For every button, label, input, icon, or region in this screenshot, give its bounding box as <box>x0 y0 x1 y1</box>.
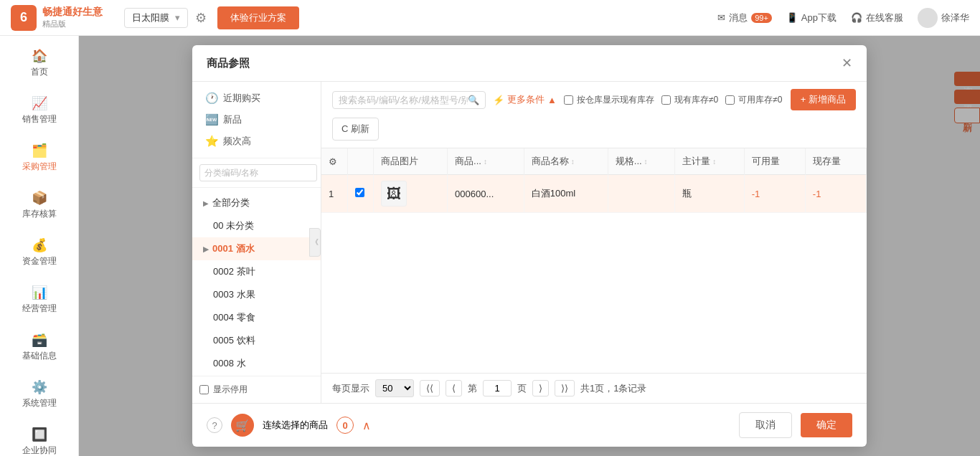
data-table-wrap: ⚙ 商品图片 商品...↕ 商品名称↕ 规格...↕ 主计量↕ 可用量 <box>321 148 867 373</box>
shortcut-frequent[interactable]: ⭐ 频次高 <box>199 130 314 152</box>
warehouse-stock-checkbox[interactable] <box>564 95 573 105</box>
sidebar-label-sales: 销售管理 <box>22 113 57 125</box>
enterprise-icon: 🔲 <box>32 427 47 442</box>
col-name[interactable]: 商品名称↕ <box>524 148 608 175</box>
per-page-label: 每页显示 <box>332 382 369 395</box>
modal-header: 商品参照 ✕ <box>192 45 867 82</box>
modal-footer: ? 🛒 连续选择的商品 0 ∧ 取消 确定 <box>192 403 867 447</box>
add-product-button[interactable]: + 新增商品 <box>791 89 856 110</box>
col-unit[interactable]: 主计量↕ <box>675 148 744 175</box>
message-btn[interactable]: ✉ 消息 99+ <box>717 11 772 24</box>
cell-name: 白酒100ml <box>524 175 608 213</box>
category-drink[interactable]: 0005 饮料 <box>192 329 321 352</box>
product-reference-modal: 商品参照 ✕ 🕐 近期购买 <box>192 45 867 447</box>
sidebar-item-home[interactable]: 🏠 首页 <box>0 39 78 87</box>
first-page-btn[interactable]: ⟨⟨ <box>420 380 440 396</box>
col-code[interactable]: 商品...↕ <box>448 148 524 175</box>
show-disabled-checkbox[interactable] <box>199 385 209 394</box>
sidebar-item-finance[interactable]: 💰 资金管理 <box>0 229 78 276</box>
category-footer: 显示停用 <box>192 376 321 403</box>
page-number-input[interactable] <box>483 380 512 396</box>
service-btn[interactable]: 🎧 在线客服 <box>851 11 903 24</box>
store-selector[interactable]: 日太阳膜 ▾ <box>124 8 188 28</box>
nonzero-stock-checkbox[interactable] <box>661 95 671 105</box>
sidebar-item-sales[interactable]: 📈 销售管理 <box>0 87 78 134</box>
modal-body: 🕐 近期购买 🆕 新品 ⭐ 频次高 <box>192 82 867 403</box>
next-page-btn[interactable]: ⟩ <box>532 380 549 396</box>
table-head: ⚙ 商品图片 商品...↕ 商品名称↕ 规格...↕ 主计量↕ 可用量 <box>321 148 867 175</box>
category-uncategorized[interactable]: 00 未分类 <box>192 214 321 237</box>
help-icon[interactable]: ? <box>207 417 222 433</box>
col-available: 可用量 <box>744 148 805 175</box>
avatar <box>918 8 938 28</box>
pagination-bar: 每页显示 50 100 ⟨⟨ ⟨ 第 页 ⟩ <box>321 373 867 403</box>
total-info: 共1页，1条记录 <box>580 382 646 395</box>
category-fruit[interactable]: 0003 水果 <box>192 283 321 306</box>
category-water-label: 0008 水 <box>213 357 246 370</box>
category-liquor[interactable]: ▶ 0001 酒水 <box>192 237 321 260</box>
sidebar-label-system: 系统管理 <box>22 397 57 409</box>
cart-icon[interactable]: 🛒 <box>231 414 254 437</box>
modal-title: 商品参照 <box>207 57 250 70</box>
product-search-input[interactable] <box>339 95 468 105</box>
product-table: ⚙ 商品图片 商品...↕ 商品名称↕ 规格...↕ 主计量↕ 可用量 <box>321 148 867 213</box>
sidebar-item-operation[interactable]: 📊 经营管理 <box>0 276 78 323</box>
app-label: App下载 <box>801 11 837 24</box>
gear-icon[interactable]: ⚙ <box>195 10 207 26</box>
refresh-button[interactable]: C 刷新 <box>332 118 379 141</box>
category-search-input[interactable] <box>199 164 317 181</box>
sidebar: 🏠 首页 📈 销售管理 🗂️ 采购管理 📦 库存核算 💰 资金管理 📊 经营管理… <box>0 36 79 456</box>
sidebar-item-system[interactable]: ⚙️ 系统管理 <box>0 371 78 418</box>
modal-close-button[interactable]: ✕ <box>842 55 852 71</box>
basic-icon: 🗃️ <box>32 332 47 348</box>
available-stock-label: 可用库存≠0 <box>738 94 782 106</box>
col-settings[interactable]: ⚙ <box>321 148 347 175</box>
category-water[interactable]: 0008 水 <box>192 352 321 375</box>
sidebar-item-enterprise[interactable]: 🔲 企业协同 <box>0 418 78 456</box>
more-filter-button[interactable]: ⚡ 更多条件 ▲ <box>493 93 557 106</box>
nonzero-stock-label: 现有库存≠0 <box>674 94 718 106</box>
category-tea[interactable]: 0002 茶叶 <box>192 260 321 283</box>
warehouse-stock-label: 按仓库显示现有库存 <box>577 94 654 106</box>
table-row[interactable]: 1 🖼 000600... <box>321 175 867 213</box>
shortcut-recent[interactable]: 🕐 近期购买 <box>199 87 314 109</box>
available-stock-checkbox[interactable] <box>725 95 735 105</box>
row-checkbox[interactable] <box>355 188 364 197</box>
last-page-btn[interactable]: ⟩⟩ <box>555 380 575 396</box>
show-disabled-label: 显示停用 <box>213 384 248 396</box>
nav-right: ✉ 消息 99+ 📱 App下载 🎧 在线客服 徐泽华 <box>717 8 969 28</box>
category-search: 🔍 <box>192 158 321 188</box>
trial-button[interactable]: 体验行业方案 <box>217 6 299 29</box>
shortcut-new[interactable]: 🆕 新品 <box>199 109 314 130</box>
cancel-button[interactable]: 取消 <box>739 412 792 438</box>
sidebar-item-inventory[interactable]: 📦 库存核算 <box>0 181 78 229</box>
category-all[interactable]: ▶ 全部分类 <box>192 191 321 214</box>
product-search-box: 🔍 <box>332 91 486 109</box>
arrow-icon-liquor: ▶ <box>203 245 209 253</box>
sidebar-item-basic[interactable]: 🗃️ 基础信息 <box>0 323 78 371</box>
prev-page-btn[interactable]: ⟨ <box>446 380 462 396</box>
main-layout: 🏠 首页 📈 销售管理 🗂️ 采购管理 📦 库存核算 💰 资金管理 📊 经营管理… <box>0 36 980 456</box>
col-spec[interactable]: 规格...↕ <box>608 148 674 175</box>
cell-unit: 瓶 <box>675 175 744 213</box>
category-snack-label: 0004 零食 <box>213 311 255 324</box>
category-snack[interactable]: 0004 零食 <box>192 306 321 329</box>
finance-icon: 💰 <box>32 237 47 253</box>
collapse-arrow-icon[interactable]: ∧ <box>362 419 371 432</box>
sidebar-label-home: 首页 <box>31 66 48 78</box>
search-icon: 🔍 <box>321 168 321 179</box>
continuous-label: 连续选择的商品 <box>263 419 328 432</box>
inventory-icon: 📦 <box>32 190 47 206</box>
logo-area: 6 畅捷通好生意 精品版 <box>11 5 103 31</box>
category-all-label: 全部分类 <box>212 196 250 209</box>
col-image: 商品图片 <box>373 148 448 175</box>
star-icon: ⭐ <box>205 135 219 148</box>
app-download-btn[interactable]: 📱 App下载 <box>786 11 837 24</box>
confirm-button[interactable]: 确定 <box>801 413 852 437</box>
user-area[interactable]: 徐泽华 <box>918 8 969 28</box>
sidebar-item-purchase[interactable]: 🗂️ 采购管理 <box>0 134 78 181</box>
collapse-button[interactable]: 《 <box>309 228 321 257</box>
per-page-select[interactable]: 50 100 <box>375 379 414 397</box>
message-icon: ✉ <box>717 12 725 23</box>
category-panel: 🕐 近期购买 🆕 新品 ⭐ 频次高 <box>192 82 321 403</box>
